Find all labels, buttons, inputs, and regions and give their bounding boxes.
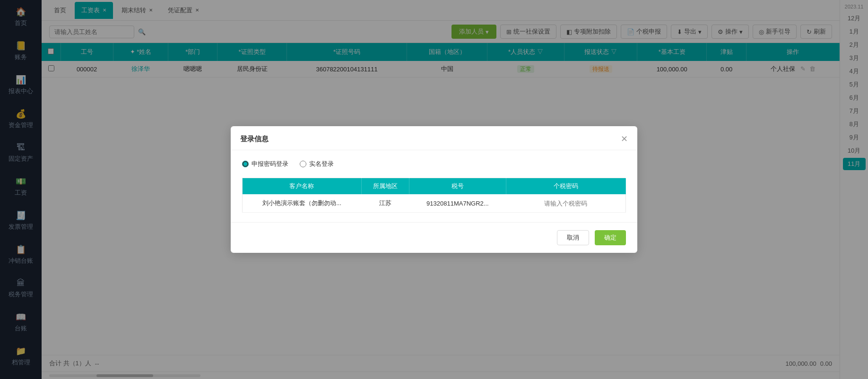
radio-password-input[interactable] <box>242 161 249 167</box>
inner-cell-region: 江苏 <box>361 194 409 213</box>
client-table: 客户名称 所属地区 税号 个税密码 刘小艳演示账套（勿删勿动... 江苏 913… <box>242 178 626 213</box>
radio-password-label: 申报密码登录 <box>252 160 288 168</box>
radio-realname-input[interactable] <box>300 161 306 167</box>
inner-col-region: 所属地区 <box>361 178 409 195</box>
inner-col-client-name: 客户名称 <box>243 178 362 195</box>
radio-password-login[interactable]: 申报密码登录 <box>242 160 288 168</box>
inner-col-password: 个税密码 <box>506 178 625 195</box>
dialog-footer: 取消 确定 <box>231 222 637 253</box>
dialog-body: 申报密码登录 实名登录 客户名称 所属地区 税号 个税密码 <box>231 150 637 222</box>
login-info-dialog: 登录信息 ✕ 申报密码登录 实名登录 客户名称 所属地区 <box>231 126 637 253</box>
dialog-title: 登录信息 <box>240 135 269 144</box>
dialog-overlay[interactable]: 登录信息 ✕ 申报密码登录 实名登录 客户名称 所属地区 <box>0 0 868 379</box>
login-type-radio-group: 申报密码登录 实名登录 <box>242 160 626 168</box>
inner-table-row: 刘小艳演示账套（勿删勿动... 江苏 91320811MA7NGR2... <box>243 194 626 213</box>
dialog-close-button[interactable]: ✕ <box>621 134 628 144</box>
cancel-button[interactable]: 取消 <box>557 230 589 245</box>
confirm-button[interactable]: 确定 <box>595 230 626 245</box>
inner-col-tax-no: 税号 <box>409 178 506 195</box>
radio-realname-login[interactable]: 实名登录 <box>300 160 334 168</box>
dialog-header: 登录信息 ✕ <box>231 126 637 150</box>
radio-realname-label: 实名登录 <box>309 160 334 168</box>
inner-cell-tax-no: 91320811MA7NGR2... <box>409 194 506 213</box>
inner-cell-client-name: 刘小艳演示账套（勿删勿动... <box>243 194 362 213</box>
password-input[interactable] <box>512 200 620 207</box>
inner-cell-password[interactable] <box>506 194 625 213</box>
